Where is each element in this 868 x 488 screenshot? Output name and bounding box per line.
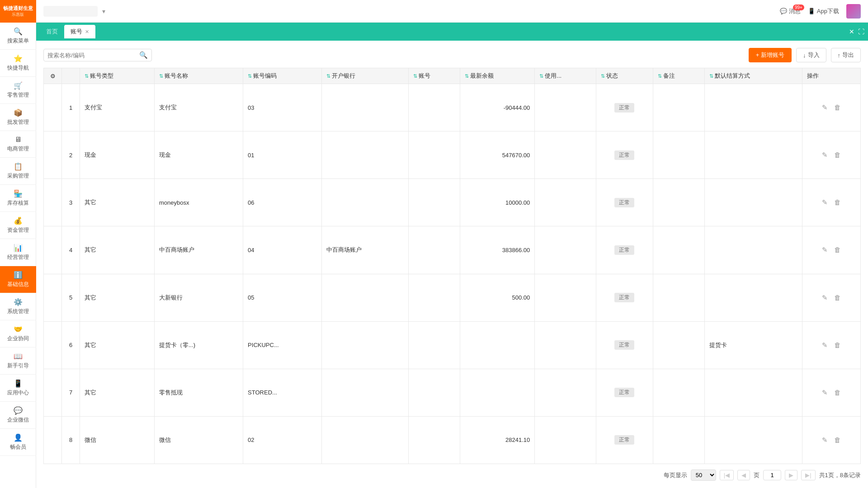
sidebar-item-purchase-manage[interactable]: 📋 采购管理 bbox=[0, 158, 36, 185]
edit-icon[interactable]: ✎ bbox=[821, 245, 829, 254]
col-code[interactable]: ⇅ 账号编码 bbox=[243, 68, 322, 84]
delete-icon[interactable]: 🗑 bbox=[833, 293, 842, 302]
row-bank bbox=[321, 321, 408, 369]
account-table: ⚙ ⇅ 账号类型 ⇅ 账号名称 ⇅ 账号编码 ⇅ bbox=[43, 68, 861, 464]
last-page-button[interactable]: ▶| bbox=[801, 470, 815, 480]
col-bank[interactable]: ⇅ 开户银行 bbox=[321, 68, 408, 84]
row-status: 正常 bbox=[596, 416, 653, 464]
sidebar-item-search-menu[interactable]: 🔍 搜索菜单 bbox=[0, 23, 36, 50]
col-account[interactable]: ⇅ 账号 bbox=[408, 68, 460, 84]
col-gear[interactable]: ⚙ bbox=[44, 68, 62, 84]
edit-icon[interactable]: ✎ bbox=[821, 103, 829, 112]
next-page-button[interactable]: ▶ bbox=[785, 470, 797, 480]
app-download-button[interactable]: 📱 App下载 bbox=[808, 7, 839, 15]
table-row: 5 其它 大新银行 05 500.00 正常 ✎ 🗑 bbox=[44, 274, 861, 321]
logo-text: 畅捷通财生意 bbox=[3, 5, 33, 12]
row-code: 01 bbox=[243, 131, 322, 179]
sidebar-item-basic-info[interactable]: ℹ️ 基础信息 bbox=[0, 266, 36, 293]
sidebar-label-wholesale-manage: 批发管理 bbox=[7, 118, 29, 126]
row-num: 2 bbox=[62, 131, 80, 179]
sidebar-item-member[interactable]: 👤 畅会员 bbox=[0, 429, 36, 456]
edit-icon[interactable]: ✎ bbox=[821, 197, 829, 207]
row-code: 03 bbox=[243, 84, 322, 131]
delete-icon[interactable]: 🗑 bbox=[833, 103, 842, 112]
col-type-label: 账号类型 bbox=[90, 72, 113, 79]
tab-close-window-icon[interactable]: ✕ bbox=[849, 28, 854, 35]
edit-icon[interactable]: ✎ bbox=[821, 340, 829, 350]
sidebar-item-operation-manage[interactable]: 📊 经营管理 bbox=[0, 239, 36, 266]
export-button[interactable]: ↑ 导出 bbox=[831, 48, 861, 62]
delete-icon[interactable]: 🗑 bbox=[833, 388, 842, 397]
message-button[interactable]: 💬 消息 99+ bbox=[780, 7, 801, 15]
delete-icon[interactable]: 🗑 bbox=[833, 150, 842, 160]
edit-icon[interactable]: ✎ bbox=[821, 435, 829, 445]
sidebar-item-app-center[interactable]: 📱 应用中心 bbox=[0, 375, 36, 402]
row-balance: 547670.00 bbox=[460, 131, 535, 179]
sidebar-item-ecommerce-manage[interactable]: 🖥 电商管理 bbox=[0, 131, 36, 158]
sidebar-item-retail-manage[interactable]: 🛒 零售管理 bbox=[0, 77, 36, 104]
edit-icon[interactable]: ✎ bbox=[821, 150, 829, 160]
col-num bbox=[62, 68, 80, 84]
row-bank: 中百商场账户 bbox=[321, 226, 408, 274]
row-type: 其它 bbox=[80, 321, 155, 369]
first-page-button[interactable]: |◀ bbox=[720, 470, 734, 480]
tab-expand-icon[interactable]: ⛶ bbox=[858, 28, 864, 35]
col-balance[interactable]: ⇅ 最新余额 bbox=[460, 68, 535, 84]
col-name-label: 账号名称 bbox=[165, 72, 188, 79]
col-name[interactable]: ⇅ 账号名称 bbox=[154, 68, 243, 84]
col-status[interactable]: ⇅ 状态 bbox=[596, 68, 653, 84]
sidebar-item-quick-nav[interactable]: ⭐ 快捷导航 bbox=[0, 50, 36, 77]
total-info: 共1页，8条记录 bbox=[819, 471, 861, 479]
sidebar-item-enterprise-wechat[interactable]: 💬 企业微信 bbox=[0, 402, 36, 429]
row-action: ✎ 🗑 bbox=[802, 321, 860, 369]
search-icon[interactable]: 🔍 bbox=[139, 51, 148, 59]
enterprise-wechat-icon: 💬 bbox=[14, 406, 23, 415]
delete-icon[interactable]: 🗑 bbox=[833, 435, 842, 445]
row-bank bbox=[321, 274, 408, 321]
sidebar-item-enterprise-agreement[interactable]: 🤝 企业协同 bbox=[0, 320, 36, 347]
edit-icon[interactable]: ✎ bbox=[821, 293, 829, 302]
row-remark bbox=[653, 416, 705, 464]
toolbar: 🔍 + 新增账号 ↓ 导入 ↑ 导出 bbox=[43, 48, 861, 62]
per-page-select[interactable]: 50 20 100 bbox=[691, 469, 716, 481]
sidebar-item-capital-manage[interactable]: 💰 资金管理 bbox=[0, 212, 36, 239]
row-status: 正常 bbox=[596, 131, 653, 179]
delete-icon[interactable]: 🗑 bbox=[833, 245, 842, 254]
sidebar-label-app-center: 应用中心 bbox=[7, 389, 29, 397]
sidebar-item-wholesale-manage[interactable]: 📦 批发管理 bbox=[0, 104, 36, 131]
current-page-input[interactable] bbox=[763, 470, 781, 480]
sort-type-icon: ⇅ bbox=[85, 73, 90, 79]
add-account-button[interactable]: + 新增账号 bbox=[749, 48, 792, 62]
row-status: 正常 bbox=[596, 321, 653, 369]
tab-home[interactable]: 首页 bbox=[40, 25, 64, 38]
tab-close-icon[interactable]: ✕ bbox=[85, 29, 89, 35]
row-name: 大新银行 bbox=[154, 274, 243, 321]
sidebar-item-inventory-calc[interactable]: 🏪 库存核算 bbox=[0, 185, 36, 212]
sidebar-item-system-manage[interactable]: ⚙️ 系统管理 bbox=[0, 293, 36, 320]
topbar-dropdown-icon[interactable]: ▾ bbox=[102, 8, 105, 15]
quick-nav-icon: ⭐ bbox=[14, 54, 23, 63]
row-bank bbox=[321, 179, 408, 226]
prev-page-button[interactable]: ◀ bbox=[737, 470, 750, 480]
col-usage[interactable]: ⇅ 使用... bbox=[535, 68, 596, 84]
topbar-search-input[interactable] bbox=[43, 6, 98, 17]
edit-icon[interactable]: ✎ bbox=[821, 388, 829, 397]
tab-account[interactable]: 账号 ✕ bbox=[64, 25, 95, 38]
sidebar-item-beginner-guide[interactable]: 📖 新手引导 bbox=[0, 347, 36, 375]
user-avatar[interactable] bbox=[846, 4, 861, 19]
row-default-settlement: 提货卡 bbox=[705, 321, 802, 369]
col-remark[interactable]: ⇅ 备注 bbox=[653, 68, 705, 84]
col-type[interactable]: ⇅ 账号类型 bbox=[80, 68, 155, 84]
delete-icon[interactable]: 🗑 bbox=[833, 197, 842, 207]
system-manage-icon: ⚙️ bbox=[14, 298, 23, 306]
col-default-settlement[interactable]: ⇅ 默认结算方式 bbox=[705, 68, 802, 84]
topbar-left: ▾ bbox=[43, 6, 105, 17]
row-usage bbox=[535, 416, 596, 464]
sidebar-label-system-manage: 系统管理 bbox=[7, 308, 29, 315]
search-input[interactable] bbox=[47, 52, 137, 59]
import-button[interactable]: ↓ 导入 bbox=[796, 48, 826, 62]
row-gear-cell bbox=[44, 179, 62, 226]
member-icon: 👤 bbox=[14, 433, 23, 442]
operation-manage-icon: 📊 bbox=[14, 244, 23, 252]
delete-icon[interactable]: 🗑 bbox=[833, 340, 842, 350]
